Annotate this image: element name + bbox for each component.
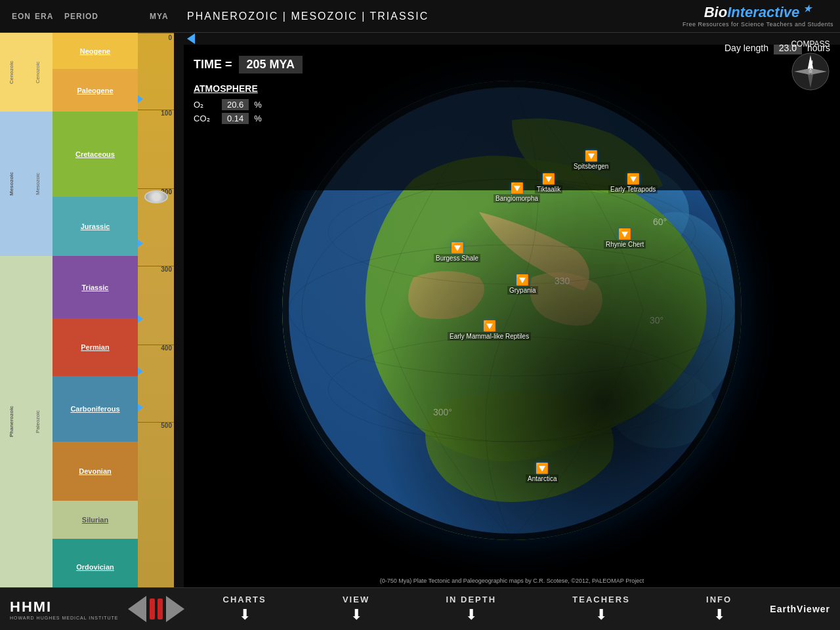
earthviewer-label: EarthViewer [770, 604, 840, 614]
svg-point-12 [289, 245, 735, 376]
geological-timeline: Cenozoic Mesozoic Phanerozoic Cenozoic M… [0, 33, 184, 587]
info-panel: TIME = 205 MYA Day length 23.0 hours ATM… [184, 33, 840, 190]
mya-arrow-1 [138, 95, 143, 103]
svg-text:330: 330 [555, 276, 570, 286]
indepth-icon: ⬇ [465, 606, 477, 623]
period-jurassic[interactable]: Jurassic [52, 197, 138, 256]
mya-slider[interactable] [144, 190, 168, 203]
mya-mark-300: 300 [161, 266, 172, 273]
period-neogene-label: Neogene [80, 47, 110, 55]
col-eon-label: EON [7, 12, 30, 21]
grypania-icon: 🔽 [516, 274, 529, 286]
view-label: VIEW [343, 595, 369, 604]
hhmi-logo: HHMI HOWARD HUGHES MEDICAL INSTITUTE [0, 598, 128, 620]
time-label: TIME = [194, 58, 232, 72]
period-neogene[interactable]: Neogene [52, 33, 138, 69]
period-silurian-label: Silurian [82, 516, 108, 524]
nav-next-button[interactable] [166, 596, 184, 622]
early-tetrapods-icon: 🔽 [627, 173, 640, 185]
mya-arrow-2 [138, 240, 143, 247]
header: EON ERA PERIOD MYA PHANEROZOIC | MESOZOI… [0, 0, 840, 33]
spitsbergen-icon: 🔽 [585, 150, 598, 162]
col-period-label: PERIOD [59, 12, 144, 21]
eon-column: Cenozoic Mesozoic Phanerozoic [0, 33, 23, 587]
period-column: Neogene Paleogene Cretaceous Jurassic Tr… [52, 33, 138, 587]
period-devonian[interactable]: Devonian [52, 442, 138, 501]
o2-value: 20.6 [222, 99, 249, 110]
mya-ruler[interactable]: 0 100 200 300 400 500 [138, 33, 174, 587]
mya-arrow-3 [138, 315, 143, 323]
svg-point-13 [302, 179, 722, 442]
citation-text: (0-750 Mya) Plate Tectonic and Paleogeog… [380, 578, 644, 584]
nav-prev-button[interactable] [128, 596, 146, 622]
period-ordovician[interactable]: Ordovician [52, 539, 138, 595]
footer-btn-view[interactable]: VIEW ⬇ [343, 595, 369, 623]
era-paleozoic: Paleozoic [23, 256, 52, 587]
biointeractive-logo: BioInteractive ★ Free Resources for Scie… [682, 3, 833, 28]
indepth-label: IN DEPTH [446, 595, 496, 604]
charts-label: CHARTS [223, 595, 266, 604]
footer-btn-info[interactable]: INFO ⬇ [706, 595, 732, 623]
footer-btn-charts[interactable]: CHARTS ⬇ [223, 595, 266, 623]
svg-text:30°: 30° [650, 315, 663, 326]
period-permian[interactable]: Permian [52, 318, 138, 376]
teachers-icon: ⬇ [595, 606, 607, 623]
pin-grypania[interactable]: 🔽 Grypania [507, 274, 538, 295]
teachers-label: TEACHERS [572, 595, 630, 604]
o2-unit: % [254, 100, 262, 110]
footer-btn-teachers[interactable]: TEACHERS ⬇ [572, 595, 630, 623]
period-devonian-label: Devonian [79, 467, 112, 475]
period-cretaceous[interactable]: Cretaceous [52, 112, 138, 197]
nav-pause-button[interactable] [150, 598, 163, 620]
eon-phanerozoic: Phanerozoic [0, 256, 23, 587]
mya-tick-line-500 [138, 422, 174, 423]
co2-label: CO₂ [194, 114, 217, 123]
eon-mesozoic: Mesozoic [0, 112, 23, 256]
mya-tick-line-100 [138, 110, 174, 110]
period-silurian[interactable]: Silurian [52, 501, 138, 539]
main-content: TIME = 205 MYA Day length 23.0 hours ATM… [184, 33, 840, 587]
hhmi-sub: HOWARD HUGHES MEDICAL INSTITUTE [10, 616, 118, 620]
burgess-shale-icon: 🔽 [451, 242, 464, 254]
pin-early-tetrapods[interactable]: 🔽 Early Tetrapods [608, 173, 658, 194]
early-tetrapods-label: Early Tetrapods [608, 185, 658, 194]
hhmi-text: HHMI [10, 598, 52, 616]
mya-arrow-5 [138, 404, 143, 411]
period-triassic-label: Triassic [82, 284, 109, 291]
pin-early-mammal-reptiles[interactable]: 🔽 Early Mammal-like Reptiles [448, 320, 531, 341]
co2-value: 0.14 [222, 113, 249, 124]
footer: HHMI HOWARD HUGHES MEDICAL INSTITUTE CHA… [0, 587, 840, 630]
era-mesozoic: Mesozoic [23, 112, 52, 256]
spitsbergen-label: Spitsbergen [572, 162, 610, 171]
period-carboniferous-label: Carboniferous [70, 405, 119, 413]
pin-spitsbergen[interactable]: 🔽 Spitsbergen [572, 150, 610, 171]
antarctica-label: Antarctica [526, 474, 558, 483]
period-jurassic-label: Jurassic [81, 222, 110, 230]
svg-text:N: N [809, 59, 813, 65]
pin-burgess-shale[interactable]: 🔽 Burgess Shale [434, 242, 480, 262]
header-columns: EON ERA PERIOD MYA [0, 12, 180, 21]
time-value: 205 MYA [239, 56, 303, 74]
pin-antarctica[interactable]: 🔽 Antarctica [526, 462, 558, 483]
pin-bangiomorpha[interactable]: 🔽 Bangiomorpha [494, 182, 540, 203]
nav-arrows[interactable] [128, 596, 184, 622]
mya-arrow-4 [138, 368, 143, 375]
early-mammal-reptiles-label: Early Mammal-like Reptiles [448, 332, 531, 341]
footer-btn-indepth[interactable]: IN DEPTH ⬇ [446, 595, 496, 623]
pause-bar-2 [158, 598, 163, 620]
rhynie-chert-icon: 🔽 [618, 228, 631, 240]
logo-tagline: Free Resources for Science Teachers and … [682, 21, 833, 28]
info-label: INFO [706, 595, 732, 604]
antarctica-icon: 🔽 [536, 462, 549, 474]
o2-label: O₂ [194, 100, 217, 110]
info-icon: ⬇ [713, 606, 725, 623]
co2-unit: % [254, 114, 262, 123]
period-paleogene[interactable]: Paleogene [52, 69, 138, 112]
mya-mark-0: 0 [168, 34, 172, 41]
pin-rhynie-chert[interactable]: 🔽 Rhynie Chert [604, 228, 646, 249]
era-column: Cenozoic Mesozoic Paleozoic [23, 33, 52, 587]
period-carboniferous[interactable]: Carboniferous [52, 376, 138, 442]
atmosphere-panel: ATMOSPHERE O₂ 20.6 % CO₂ 0.14 % [194, 83, 830, 124]
svg-point-15 [328, 337, 696, 442]
period-triassic[interactable]: Triassic [52, 256, 138, 318]
